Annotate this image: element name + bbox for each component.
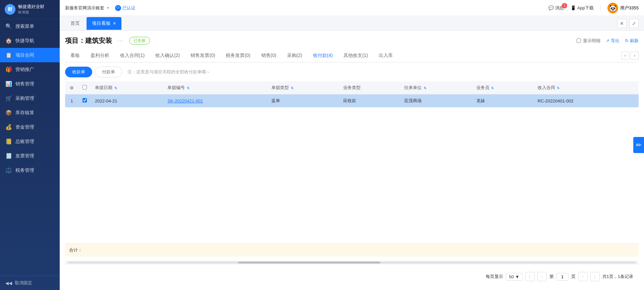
sub-tab-prev-button[interactable]: ‹ xyxy=(621,52,629,60)
per-page-label: 每页显示 xyxy=(486,274,503,280)
right-float-action[interactable]: ✏ xyxy=(633,137,644,153)
th-partner[interactable]: 往来单位 ⇅ xyxy=(400,81,472,94)
tab-project-board[interactable]: 项目看板 ✕ xyxy=(87,17,121,30)
page-content: 项目：建筑安装 ··· 已生效 显示明细 ↗ 导出 ↻ 刷新 xyxy=(60,31,644,290)
tabs-bar: 首页 项目看板 ✕ ✕ ⤢ xyxy=(60,16,644,31)
tab-maximize-button[interactable]: ⤢ xyxy=(629,19,639,28)
sub-tab-other-expense[interactable]: 其他收支(1) xyxy=(338,49,373,62)
sort-icon: ⇅ xyxy=(491,86,494,90)
sub-tab-sales[interactable]: 销售(0) xyxy=(256,49,282,62)
sub-tab-tax-invoice[interactable]: 税务发票(0) xyxy=(220,49,256,62)
sort-icon: ⇅ xyxy=(114,86,117,90)
row-checkbox[interactable] xyxy=(78,94,91,107)
app-download-button[interactable]: 📱 App下载 xyxy=(571,5,594,11)
sidebar-unpin-button[interactable]: ◀◀ 取消固定 xyxy=(0,276,60,290)
sidebar-item-project-contract[interactable]: 📋 项目合同 xyxy=(0,48,60,62)
export-icon: ↗ xyxy=(606,38,609,43)
sub-tab-warehouse[interactable]: 出入库 xyxy=(373,49,398,62)
main-content: 新服务官网演示账套 ▼ 🛡 已认证 💬 消息 1 📱 App下载 🐼 用户335… xyxy=(60,0,644,290)
page-input[interactable] xyxy=(556,273,569,281)
scroll-thumb[interactable] xyxy=(238,262,380,264)
sub-tab-income-confirm[interactable]: 收入确认(2) xyxy=(150,49,185,62)
table-row[interactable]: 1 2022-04-21 SK-20220421-001 蓝单 应收款 宏茂商场… xyxy=(65,94,639,107)
chat-icon: 💬 xyxy=(548,5,554,10)
sub-tab-payment[interactable]: 收付款(4) xyxy=(308,49,338,62)
sub-tab-nav: ‹ › xyxy=(621,52,639,60)
sidebar: 财 畅捷通好业财 标准版 🔍 搜索菜单 🏠 快捷导航 📋 项目合同 🎁 营销推广… xyxy=(0,0,60,290)
first-page-button[interactable]: ⟨ xyxy=(525,272,535,281)
export-button[interactable]: ↗ 导出 xyxy=(606,38,620,44)
th-salesman[interactable]: 业务员 ⇅ xyxy=(472,81,534,94)
phone-icon: 📱 xyxy=(571,5,576,10)
sidebar-item-quick-nav[interactable]: 🏠 快捷导航 xyxy=(0,33,60,48)
payment-toggle[interactable]: 付款单 xyxy=(95,67,122,77)
total-info: 共1页，1条记录 xyxy=(602,274,633,280)
gift-icon: 🎁 xyxy=(5,66,12,73)
topbar-right: 💬 消息 1 📱 App下载 🐼 用户3355 xyxy=(548,3,639,13)
horizontal-scrollbar[interactable] xyxy=(65,261,639,265)
sub-tab-sales-invoice[interactable]: 销售发票(0) xyxy=(185,49,220,62)
th-type[interactable]: 单据类型 ⇅ xyxy=(267,81,339,94)
sub-tab-income-contract[interactable]: 收入合同(1) xyxy=(115,49,150,62)
sidebar-logo: 财 畅捷通好业财 标准版 xyxy=(0,0,60,19)
prev-page-button[interactable]: ‹ xyxy=(537,272,547,281)
sidebar-logo-text: 畅捷通好业财 标准版 xyxy=(18,4,44,15)
sub-tab-next-button[interactable]: › xyxy=(631,52,639,60)
next-page-button[interactable]: › xyxy=(578,272,588,281)
row-biz-type: 应收款 xyxy=(339,94,400,107)
receipt-toggle[interactable]: 收款单 xyxy=(65,67,92,77)
project-actions: 显示明细 ↗ 导出 ↻ 刷新 xyxy=(577,38,639,44)
sidebar-item-invoice[interactable]: 🧾 发票管理 xyxy=(0,149,60,163)
row-partner: 宏茂商场 xyxy=(400,94,472,107)
dropdown-icon: ▼ xyxy=(106,6,110,10)
sidebar-item-search[interactable]: 🔍 搜索菜单 xyxy=(0,19,60,33)
sidebar-item-ledger[interactable]: 📒 总账管理 xyxy=(0,134,60,149)
sidebar-item-purchase[interactable]: 🛒 采购管理 xyxy=(0,91,60,105)
account-selector[interactable]: 新服务官网演示账套 ▼ xyxy=(65,5,110,11)
refresh-icon: ↻ xyxy=(625,38,629,43)
sub-tabs-container: 看板 盈利分析 收入合同(1) 收入确认(2) 销售发票(0) 税务发票(0) … xyxy=(65,49,639,63)
money-icon: 💰 xyxy=(5,124,12,130)
certified-icon: 🛡 xyxy=(115,5,121,11)
th-date[interactable]: 单据日期 ⇅ xyxy=(91,81,163,94)
sub-tab-profit[interactable]: 盈利分析 xyxy=(85,49,115,62)
receipt-icon: 🧾 xyxy=(5,153,12,159)
sort-icon: ⇅ xyxy=(557,86,559,90)
sidebar-item-inventory[interactable]: 📦 库存核算 xyxy=(0,105,60,120)
toggle-row: 收款单 付款单 注：这里是与项目关联的全部收付款单哦～ xyxy=(65,67,639,77)
row-number[interactable]: SK-20220421-001 xyxy=(163,94,267,107)
row-income-contract: RC-20220401-002 xyxy=(534,94,639,107)
th-income-contract[interactable]: 收入合同 ⇅ xyxy=(534,81,639,94)
sidebar-item-marketing[interactable]: 🎁 营销推广 xyxy=(0,62,60,77)
sub-tab-board[interactable]: 看板 xyxy=(65,49,85,62)
tab-close-icon[interactable]: ✕ xyxy=(113,21,116,26)
book-icon: 📒 xyxy=(5,138,12,145)
tab-home[interactable]: 首页 xyxy=(65,17,85,30)
search-icon: 🔍 xyxy=(5,23,12,29)
dropdown-icon: ▼ xyxy=(515,274,520,279)
tab-close-all-button[interactable]: ✕ xyxy=(617,19,627,28)
sub-tab-purchase[interactable]: 采购(2) xyxy=(282,49,308,62)
page-suffix: 页 xyxy=(571,274,576,280)
refresh-button[interactable]: ↻ 刷新 xyxy=(625,38,639,44)
table-container: ⚙ 单据日期 ⇅ 单据编号 ⇅ 单据类型 xyxy=(65,81,639,239)
footer-total: 合计： xyxy=(65,243,639,257)
more-button[interactable]: ··· xyxy=(117,38,124,44)
chart-icon: 📊 xyxy=(5,81,12,87)
show-detail-input[interactable] xyxy=(577,39,581,43)
sidebar-item-sales[interactable]: 📊 销售管理 xyxy=(0,77,60,91)
per-page-selector[interactable]: 50 ▼ xyxy=(506,273,522,281)
message-button[interactable]: 💬 消息 1 xyxy=(548,5,564,11)
th-settings[interactable]: ⚙ xyxy=(65,81,78,94)
select-all-checkbox[interactable] xyxy=(83,85,87,89)
show-detail-checkbox[interactable]: 显示明细 xyxy=(577,38,600,44)
user-menu[interactable]: 🐼 用户3355 xyxy=(607,3,639,13)
status-badge: 已生效 xyxy=(129,37,150,45)
sidebar-item-tax[interactable]: ⚖️ 税务管理 xyxy=(0,163,60,177)
sub-tabs: 看板 盈利分析 收入合同(1) 收入确认(2) 销售发票(0) 税务发票(0) … xyxy=(65,49,619,62)
scroll-track xyxy=(68,262,636,264)
sidebar-item-capital[interactable]: 💰 资金管理 xyxy=(0,120,60,134)
last-page-button[interactable]: ⟩ xyxy=(590,272,600,281)
th-biz-type: 业务类型 xyxy=(339,81,400,94)
th-number[interactable]: 单据编号 ⇅ xyxy=(163,81,267,94)
